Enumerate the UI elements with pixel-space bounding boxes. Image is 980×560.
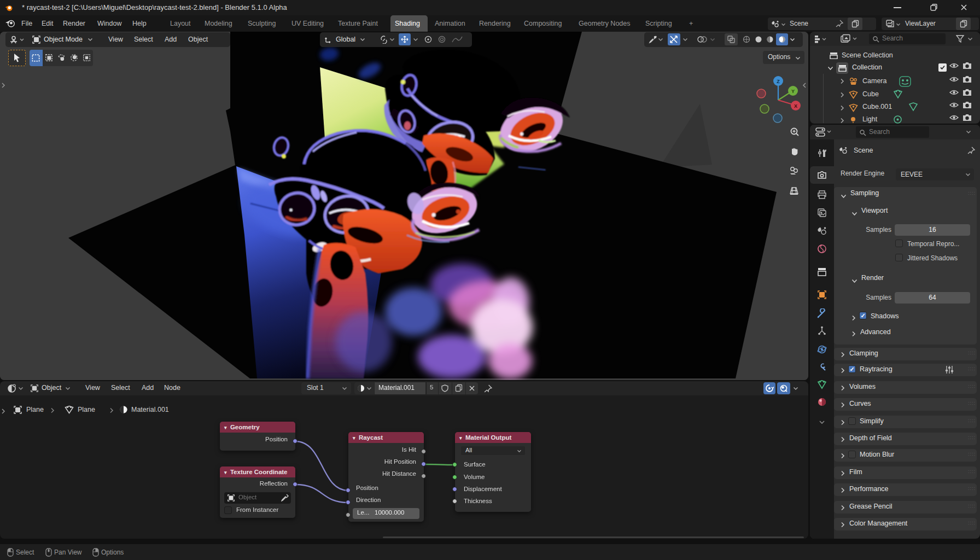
svg-text:Z: Z [777,79,780,84]
svg-text:X: X [794,103,797,109]
svg-text:Y: Y [791,89,795,94]
